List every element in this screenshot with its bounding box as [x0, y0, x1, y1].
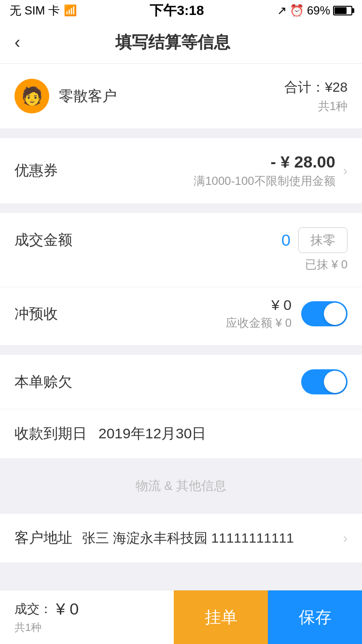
footer-summary: 成交： ¥ 0 共1种 [0, 600, 174, 635]
prepay-toggle[interactable] [301, 301, 348, 326]
footer: 成交： ¥ 0 共1种 挂单 保存 [0, 590, 362, 644]
prepay-right: ¥ 0 应收金额 ¥ 0 [226, 297, 348, 331]
address-chevron-right-icon: › [343, 531, 348, 546]
divider-1 [0, 128, 362, 138]
divider-4 [0, 458, 362, 468]
logistics-divider: 物流 & 其他信息 [0, 468, 362, 504]
battery-icon [333, 6, 352, 15]
wifi-icon: 📶 [64, 4, 77, 17]
customer-totals: 合计：¥28 共1种 [284, 78, 348, 114]
due-date-row[interactable]: 收款到期日 2019年12月30日 [14, 424, 348, 444]
coupon-chevron-right-icon: › [343, 163, 348, 179]
credit-toggle[interactable] [301, 369, 348, 394]
customer-item-count: 共1种 [284, 98, 348, 114]
customer-section: 🧑 零散客户 合计：¥28 共1种 [0, 64, 362, 128]
prepay-amount: ¥ 0 [226, 297, 292, 313]
deal-amount-input[interactable]: 0 [271, 231, 291, 250]
prepay-toggle-knob [324, 303, 346, 325]
location-icon: ↗ [277, 4, 287, 17]
pending-button-label: 挂单 [205, 606, 237, 629]
no-sim-text: 无 SIM 卡 [10, 3, 60, 18]
main-content: 🧑 零散客户 合计：¥28 共1种 优惠券 - ¥ 28.00 满1000-10… [0, 64, 362, 644]
address-section[interactable]: 客户地址 张三 海淀永丰科技园 11111111111 › [0, 514, 362, 562]
coupon-value-right: - ¥ 28.00 满1000-100不限制使用金额 › [194, 153, 348, 189]
status-right: ↗ ⏰ 69% [277, 4, 352, 17]
coupon-amount: - ¥ 28.00 [194, 153, 335, 171]
divider-3 [0, 345, 362, 355]
logistics-title: 物流 & 其他信息 [136, 478, 226, 493]
address-value: 张三 海淀永丰科技园 11111111111 [82, 529, 343, 547]
status-left: 无 SIM 卡 📶 [10, 3, 77, 18]
battery-percent: 69% [307, 4, 330, 17]
coupon-label: 优惠券 [14, 161, 58, 181]
due-date-section: 收款到期日 2019年12月30日 [0, 409, 362, 458]
customer-info: 🧑 零散客户 [14, 79, 117, 113]
round-zero-button[interactable]: 抹零 [298, 227, 348, 253]
coupon-desc: 满1000-100不限制使用金额 [194, 173, 335, 189]
prepay-row: 冲预收 ¥ 0 应收金额 ¥ 0 [14, 297, 348, 331]
customer-name: 零散客户 [59, 86, 117, 106]
deal-amount-section: 成交金额 0 抹零 已抹 ¥ 0 [0, 213, 362, 287]
prepay-section: 冲预收 ¥ 0 应收金额 ¥ 0 [0, 287, 362, 345]
pending-button[interactable]: 挂单 [174, 590, 268, 644]
credit-label: 本单赊欠 [14, 372, 72, 392]
status-time: 下午3:18 [150, 1, 204, 20]
alarm-icon: ⏰ [290, 4, 304, 17]
footer-deal-amount: ¥ 0 [56, 600, 79, 618]
coupon-section: 优惠券 - ¥ 28.00 满1000-100不限制使用金额 › [0, 138, 362, 203]
due-date-label: 收款到期日 [14, 424, 87, 444]
divider-6 [0, 562, 362, 572]
due-date-value: 2019年12月30日 [98, 424, 206, 444]
already-zeroed-text: 已抹 ¥ 0 [14, 257, 348, 282]
nav-bar: ‹ 填写结算等信息 [0, 21, 362, 64]
status-bar: 无 SIM 卡 📶 下午3:18 ↗ ⏰ 69% [0, 0, 362, 21]
deal-amount-right: 0 抹零 [271, 227, 348, 253]
deal-amount-row: 成交金额 0 抹零 [14, 227, 348, 253]
avatar: 🧑 [14, 79, 49, 113]
coupon-value-block: - ¥ 28.00 满1000-100不限制使用金额 [194, 153, 335, 189]
address-label: 客户地址 [14, 528, 72, 548]
footer-deal-row: 成交： ¥ 0 [14, 600, 159, 618]
back-button[interactable]: ‹ [10, 28, 25, 57]
credit-section: 本单赊欠 [0, 355, 362, 409]
prepay-value-block: ¥ 0 应收金额 ¥ 0 [226, 297, 292, 331]
footer-deal-label: 成交： [14, 601, 52, 617]
credit-toggle-knob [324, 371, 346, 393]
deal-amount-label: 成交金额 [14, 230, 72, 250]
footer-item-count: 共1种 [14, 620, 159, 635]
customer-total-amount: 合计：¥28 [284, 78, 348, 97]
coupon-row[interactable]: 优惠券 - ¥ 28.00 满1000-100不限制使用金额 › [0, 138, 362, 203]
save-button[interactable]: 保存 [268, 590, 362, 644]
page-title: 填写结算等信息 [25, 31, 320, 54]
save-button-label: 保存 [299, 606, 332, 629]
prepay-label: 冲预收 [14, 304, 58, 324]
prepay-receivable: 应收金额 ¥ 0 [226, 315, 292, 331]
divider-5 [0, 504, 362, 514]
avatar-icon: 🧑 [21, 86, 43, 106]
divider-2 [0, 203, 362, 213]
